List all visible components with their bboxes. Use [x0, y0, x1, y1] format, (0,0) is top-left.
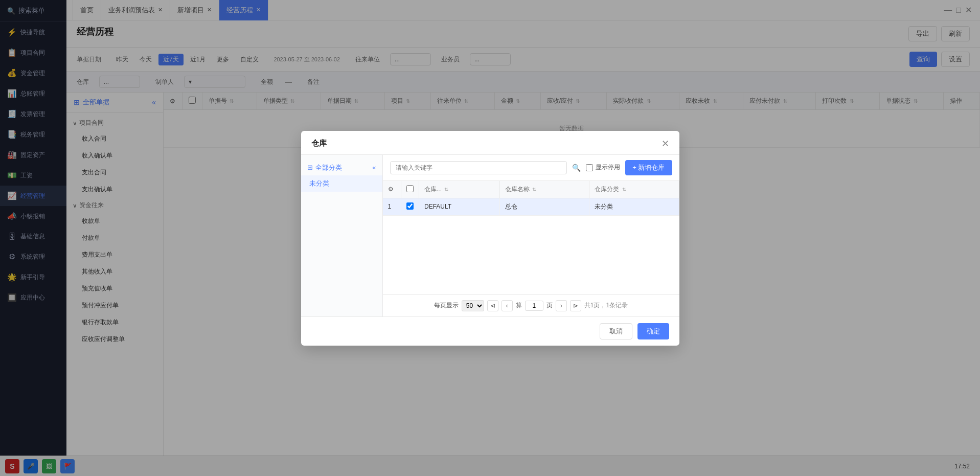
modal-footer: 取消 确定	[301, 316, 679, 346]
modal-th-checkbox	[401, 181, 419, 198]
modal-title: 仓库	[311, 139, 327, 148]
modal-next-page-button[interactable]: ›	[556, 300, 567, 311]
row-settings: 1	[383, 198, 401, 215]
modal-pagination: 每页显示 50 ⊲ ‹ 算 页 › ⊳ 共1页，1条记录	[383, 294, 679, 316]
show-disabled-label: 显示停用	[586, 163, 620, 172]
category-grid-icon: ⊞	[307, 164, 313, 171]
search-icon: 🔍	[572, 164, 581, 172]
modal-th-code[interactable]: 仓库... ⇅	[419, 181, 500, 198]
category-header[interactable]: ⊞ 全部分类 «	[301, 160, 382, 175]
search-bar: 🔍 显示停用 + 新增仓库	[383, 155, 679, 181]
modal-table-area: ⚙ 仓库... ⇅ 仓库名称 ⇅ 仓库分类 ⇅	[383, 181, 679, 294]
modal-page-suffix: 页	[546, 301, 553, 310]
content-panel: 🔍 显示停用 + 新增仓库 ⚙	[383, 155, 679, 316]
modal-table: ⚙ 仓库... ⇅ 仓库名称 ⇅ 仓库分类 ⇅	[383, 181, 679, 216]
row-checkbox	[401, 198, 419, 215]
table-row[interactable]: 1 DEFAULT 总仓 未分类	[383, 198, 679, 215]
row-check[interactable]	[406, 202, 414, 210]
show-disabled-text: 显示停用	[596, 163, 620, 172]
category-header-label: 全部分类	[315, 163, 342, 172]
add-warehouse-button[interactable]: + 新增仓库	[625, 160, 672, 175]
row-code: DEFAULT	[419, 198, 500, 215]
modal-th-settings[interactable]: ⚙	[383, 181, 401, 198]
warehouse-modal: 仓库 ✕ ⊞ 全部分类 « 未分类	[301, 131, 679, 346]
cancel-button[interactable]: 取消	[600, 323, 632, 339]
modal-close-icon[interactable]: ✕	[662, 138, 669, 149]
row-name: 总仓	[499, 198, 589, 215]
modal-last-page-button[interactable]: ⊳	[570, 300, 581, 311]
warehouse-search-input[interactable]	[390, 161, 567, 174]
modal-select-all[interactable]	[406, 185, 414, 192]
modal-page-label: 算	[516, 301, 522, 310]
modal-body: ⊞ 全部分类 « 未分类 🔍 显示停用	[301, 155, 679, 316]
modal-first-page-button[interactable]: ⊲	[487, 300, 498, 311]
category-collapse-icon[interactable]: «	[372, 164, 376, 171]
modal-th-name[interactable]: 仓库名称 ⇅	[499, 181, 589, 198]
show-disabled-checkbox[interactable]	[586, 164, 593, 171]
category-uncategorized[interactable]: 未分类	[301, 175, 382, 192]
confirm-button[interactable]: 确定	[637, 323, 669, 339]
category-panel: ⊞ 全部分类 « 未分类	[301, 155, 383, 316]
modal-per-page-label: 每页显示	[434, 301, 459, 310]
modal-per-page-select[interactable]: 50	[462, 300, 484, 311]
modal-prev-page-button[interactable]: ‹	[502, 300, 513, 311]
row-category: 未分类	[589, 198, 679, 215]
modal-page-total: 共1页，1条记录	[584, 301, 628, 310]
modal-header: 仓库 ✕	[301, 131, 679, 155]
modal-th-category[interactable]: 仓库分类 ⇅	[589, 181, 679, 198]
modal-page-input[interactable]	[525, 301, 543, 311]
